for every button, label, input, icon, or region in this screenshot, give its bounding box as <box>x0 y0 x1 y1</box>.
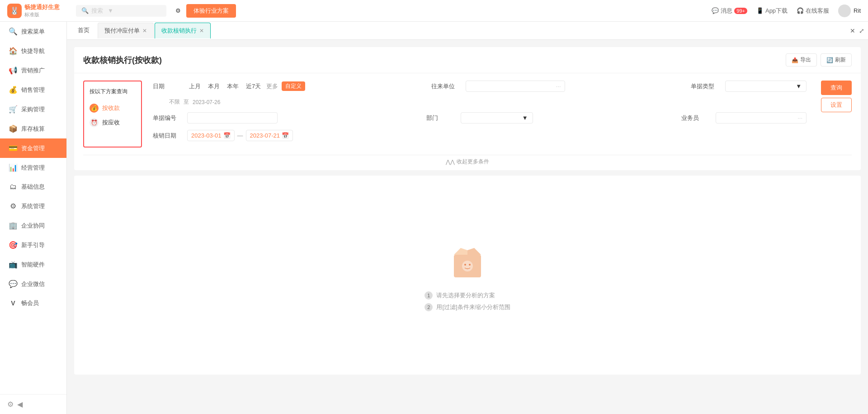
department-select[interactable]: ▼ <box>461 112 533 124</box>
top-search[interactable]: 🔍 搜索 ▼ <box>76 5 166 17</box>
page-header: 收款核销执行(按收款) 📤 导出 🔄 刷新 <box>74 47 861 170</box>
message-label: 消息 <box>721 7 732 15</box>
content-area: 首页 预付冲应付单 ✕ 收款核销执行 ✕ ✕ ⤢ 收款核销执行(按收款) <box>67 22 868 414</box>
svg-marker-3 <box>454 248 467 255</box>
page-title: 收款核销执行(按收款) <box>83 55 162 66</box>
collapse-sidebar-icon[interactable]: ◀ <box>17 400 23 409</box>
collapse-more-btn[interactable]: ⋀⋀ 收起更多条件 <box>83 155 852 170</box>
tab-expand-btn[interactable]: ⤢ <box>859 27 864 34</box>
message-action[interactable]: 💬 消息 99+ <box>712 7 747 15</box>
voucher-input[interactable] <box>191 114 274 121</box>
sidebar-item-hardware[interactable]: 📺 智能硬件 <box>0 255 66 274</box>
app-download-action[interactable]: 📱 App下载 <box>756 7 788 15</box>
voucher-label: 单据编号 <box>153 114 180 122</box>
settings-bottom-icon[interactable]: ⚙ <box>7 400 14 409</box>
verify-date-to-value: 2023-07-21 <box>250 132 280 139</box>
sidebar-item-purchase[interactable]: 🛒 采购管理 <box>0 100 66 119</box>
sidebar-label-sales: 销售管理 <box>21 86 45 94</box>
date-nolimit-row: 不限 至 2023-07-26 <box>153 98 807 106</box>
online-service-action[interactable]: 🎧 在线客服 <box>797 7 829 15</box>
sidebar-label-guide: 新手引导 <box>21 241 45 249</box>
date-tabs: 上月 本月 本年 近7天 更多 自定义 <box>187 81 305 91</box>
partner-input[interactable] <box>470 83 554 90</box>
sidebar-item-system[interactable]: ⚙ 系统管理 <box>0 196 66 216</box>
tab-prepay-close[interactable]: ✕ <box>142 28 147 34</box>
sidebar-item-search[interactable]: 🔍 搜索菜单 <box>0 22 66 41</box>
finance-icon: 💳 <box>9 144 18 152</box>
date-no-limit: 不限 <box>169 98 180 106</box>
date-custom-tag[interactable]: 自定义 <box>282 81 305 91</box>
filter-row-1: 日期 上月 本月 本年 近7天 更多 自定义 往来 <box>153 81 807 92</box>
results-area: 1 请先选择要分析的方案 2 用[过滤]条件来缩小分析范围 <box>74 176 861 375</box>
sidebar-item-sales[interactable]: 💰 销售管理 <box>0 80 66 100</box>
sidebar: 🔍 搜索菜单 🏠 快捷导航 📢 营销推广 💰 销售管理 🛒 采购管理 📦 库存核… <box>0 22 67 414</box>
empty-hint-2: 2 用[过滤]条件来缩小分析范围 <box>425 303 510 311</box>
tab-close-btn[interactable]: ✕ <box>850 27 855 34</box>
tab-home[interactable]: 首页 <box>71 23 97 39</box>
svg-marker-4 <box>467 248 481 255</box>
date-tab-this-month[interactable]: 本月 <box>206 81 222 91</box>
page-header-actions: 📤 导出 🔄 刷新 <box>786 53 852 67</box>
date-tab-more[interactable]: 更多 <box>266 82 278 90</box>
verify-date-label: 核销日期 <box>153 132 180 140</box>
tab-receivable-close[interactable]: ✕ <box>199 28 204 34</box>
sidebar-label-cooperation: 企业协同 <box>21 222 45 230</box>
filter-row-3: 核销日期 2023-03-01 📅 — 2023-07-21 <box>153 130 807 141</box>
operations-icon: 📊 <box>9 163 18 172</box>
hint-text-2: 用[过滤]条件来缩小分析范围 <box>436 303 510 311</box>
date-tab-7days[interactable]: 近7天 <box>244 81 263 91</box>
marketing-icon: 📢 <box>9 66 18 75</box>
sidebar-item-wechat[interactable]: 💬 企业微信 <box>0 274 66 294</box>
hint-num-2: 2 <box>425 303 433 311</box>
empty-hint-1: 1 请先选择要分析的方案 <box>425 291 510 300</box>
sidebar-item-guide[interactable]: 🎯 新手引导 <box>0 235 66 255</box>
gear-icon-top[interactable]: ⚙ <box>175 7 181 14</box>
query-btn[interactable]: 查询 <box>821 81 852 95</box>
sidebar-item-basic-info[interactable]: 🗂 基础信息 <box>0 177 66 196</box>
voucher-type-label: 单据类型 <box>691 82 718 90</box>
date-tab-last-month[interactable]: 上月 <box>187 81 203 91</box>
sidebar-item-member[interactable]: V 畅会员 <box>0 294 66 313</box>
message-badge: 99+ <box>734 8 747 14</box>
sidebar-label-system: 系统管理 <box>21 202 45 210</box>
filter-scheme-panel: 按以下方案查询 💰 按收款 ⏰ 按应收 <box>83 81 142 148</box>
verify-date-to[interactable]: 2023-07-21 📅 <box>246 130 293 141</box>
voucher-type-select[interactable]: ▼ <box>725 81 807 92</box>
sidebar-label-operations: 经营管理 <box>21 164 45 172</box>
user-profile[interactable]: Rit <box>838 5 861 17</box>
svg-point-7 <box>469 264 471 266</box>
sidebar-item-marketing[interactable]: 📢 营销推广 <box>0 61 66 80</box>
sidebar-label-basic-info: 基础信息 <box>21 183 45 191</box>
sidebar-item-inventory[interactable]: 📦 库存核算 <box>0 119 66 138</box>
filter-option-by-receivable[interactable]: ⏰ 按应收 <box>84 115 141 130</box>
empty-illustration <box>445 239 490 284</box>
cooperation-icon: 🏢 <box>9 221 18 230</box>
tab-receivable[interactable]: 收款核销执行 ✕ <box>155 23 211 38</box>
search-icon: 🔍 <box>81 7 89 14</box>
verify-date-from[interactable]: 2023-03-01 📅 <box>187 130 235 141</box>
empty-box-svg <box>445 239 490 284</box>
sidebar-item-quick-nav[interactable]: 🏠 快捷导航 <box>0 41 66 61</box>
export-btn[interactable]: 📤 导出 <box>786 53 817 67</box>
settings-btn[interactable]: 设置 <box>821 98 852 112</box>
filter-option-by-receipt[interactable]: 💰 按收款 <box>84 101 141 115</box>
sidebar-bottom: ⚙ ◀ <box>0 394 66 414</box>
refresh-btn[interactable]: 🔄 刷新 <box>821 53 852 67</box>
app-name: 畅捷通好生意 <box>24 3 60 11</box>
inventory-icon: 📦 <box>9 124 18 133</box>
business-label: 业务员 <box>681 114 708 122</box>
sidebar-item-finance[interactable]: 💳 资金管理 <box>0 138 66 158</box>
sidebar-item-operations[interactable]: 📊 经营管理 <box>0 158 66 177</box>
sidebar-item-cooperation[interactable]: 🏢 企业协同 <box>0 216 66 235</box>
partner-input-wrap[interactable]: ··· <box>466 81 565 92</box>
tab-prepay[interactable]: 预付冲应付单 ✕ <box>98 23 154 38</box>
business-input-wrap[interactable]: ··· <box>716 112 807 124</box>
voucher-input-wrap[interactable] <box>187 112 278 124</box>
business-input[interactable] <box>720 114 796 121</box>
tab-prepay-label: 预付冲应付单 <box>104 27 140 35</box>
industry-btn[interactable]: 体验行业方案 <box>186 4 236 18</box>
tab-receivable-label: 收款核销执行 <box>161 27 197 35</box>
date-tab-this-year[interactable]: 本年 <box>225 81 241 91</box>
business-ellipsis: ··· <box>797 114 802 121</box>
top-actions: 💬 消息 99+ 📱 App下载 🎧 在线客服 Rit <box>712 5 861 17</box>
